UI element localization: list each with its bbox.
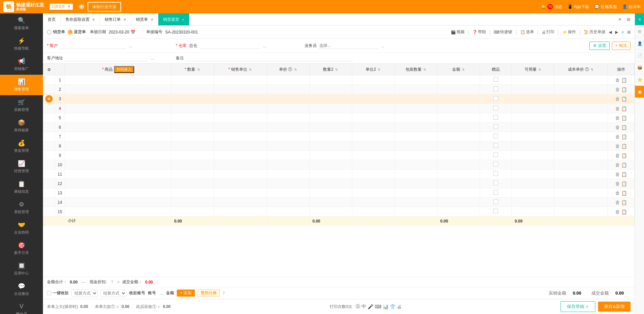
next-btn[interactable]: ▶ (615, 30, 618, 35)
td-amount-11[interactable] (437, 170, 480, 179)
rsi-orange-icon[interactable]: ▣ (635, 86, 644, 98)
save-new-btn[interactable]: 保存&新增 (598, 302, 631, 312)
td-qty-2[interactable] (171, 85, 214, 94)
td-available-7[interactable] (512, 132, 554, 141)
prev-btn[interactable]: ◀ (609, 30, 612, 35)
td-product-7[interactable] (65, 132, 171, 141)
copy-icon-13[interactable]: 📋 (621, 190, 627, 196)
save-draft-btn[interactable]: 保存草稿 ∧ (560, 301, 596, 312)
td-unit-5[interactable] (214, 113, 267, 123)
td-unit2-13[interactable] (352, 188, 395, 198)
td-qty2-14[interactable] (310, 198, 352, 207)
td-product-13[interactable] (65, 188, 171, 198)
td-amount-10[interactable] (437, 160, 480, 170)
warehouse-dots-btn[interactable]: ... (263, 44, 266, 48)
td-qty-14[interactable] (171, 198, 214, 207)
sidebar-item-3[interactable]: 📊销售管理 (0, 75, 43, 95)
delete-icon-4[interactable]: 🗑 (615, 106, 620, 111)
sidebar-item-12[interactable]: 🔲应用中心 (0, 259, 43, 279)
td-cost-5[interactable] (554, 113, 608, 123)
tab-close-4[interactable]: ✕ (182, 18, 184, 21)
td-cost-12[interactable] (554, 179, 608, 188)
sort-qty-icon[interactable]: ⇅ (197, 68, 200, 71)
td-price-2[interactable] (267, 85, 310, 94)
daily-goods-selector[interactable]: 日用百货 ▼ (50, 4, 73, 10)
product-input-5[interactable] (67, 116, 169, 120)
td-amount-5[interactable] (437, 113, 480, 123)
sidebar-item-2[interactable]: 📢营销推广 (0, 54, 43, 75)
td-unit2-3[interactable] (352, 94, 395, 104)
td-cost-2[interactable] (554, 85, 608, 94)
td-qty-11[interactable] (171, 170, 214, 179)
sort-pkgqty-icon[interactable]: ⇅ (423, 68, 426, 71)
td-qty-7[interactable] (171, 132, 214, 141)
gift-checkbox-6[interactable] (493, 124, 498, 129)
sidebar-item-9[interactable]: ⚙系统管理 (0, 197, 43, 218)
td-cost-9[interactable] (554, 151, 608, 160)
td-unit2-12[interactable] (352, 179, 395, 188)
product-input-12[interactable] (67, 181, 169, 186)
td-unit2-4[interactable] (352, 104, 395, 113)
tab-2[interactable]: 销售订单✕ (100, 13, 131, 25)
calendar-icon[interactable]: 📅 (130, 30, 136, 35)
delete-icon-8[interactable]: 🗑 (615, 143, 620, 149)
td-unit-8[interactable] (214, 141, 267, 151)
td-unit-4[interactable] (214, 104, 267, 113)
td-unit-1[interactable] (214, 75, 267, 85)
rsi-box-icon[interactable]: 📦 (635, 62, 644, 74)
td-product-1[interactable] (65, 75, 171, 85)
list-view-btn[interactable]: ≡ (622, 30, 624, 35)
copy-icon-6[interactable]: 📋 (621, 125, 627, 130)
restore-btn[interactable]: ✕ (616, 16, 623, 23)
setting-btn[interactable]: ⚙ 设置 (589, 42, 609, 50)
warehouse-input[interactable] (200, 43, 260, 49)
sort-cost-icon[interactable]: ⇅ (591, 68, 593, 71)
td-unit-13[interactable] (214, 188, 267, 198)
td-product-12[interactable] (65, 179, 171, 188)
td-cost-8[interactable] (554, 141, 608, 151)
td-amount-1[interactable] (437, 75, 480, 85)
copy-icon-3[interactable]: 📋 (621, 96, 627, 102)
delete-icon-11[interactable]: 🗑 (615, 172, 620, 177)
bottom-icon-5[interactable]: 📊 (383, 304, 388, 309)
td-unit2-6[interactable] (352, 123, 395, 132)
product-input-14[interactable] (67, 200, 169, 205)
sidebar-item-8[interactable]: 📋基础信息 (0, 177, 43, 197)
td-qty2-12[interactable] (310, 179, 352, 188)
td-unit-12[interactable] (214, 179, 267, 188)
td-qty2-11[interactable] (310, 170, 352, 179)
td-qty2-13[interactable] (310, 188, 352, 198)
td-pkgqty-6[interactable] (395, 123, 437, 132)
product-input-3[interactable] (67, 97, 169, 101)
product-input-2[interactable] (67, 87, 169, 92)
td-unit2-11[interactable] (352, 170, 395, 179)
copy-icon-5[interactable]: 📋 (621, 115, 627, 121)
delete-icon-12[interactable]: 🗑 (615, 181, 620, 186)
product-input-6[interactable] (67, 125, 169, 130)
account-select[interactable]: 结算方式 (100, 290, 126, 297)
td-available-14[interactable] (512, 198, 554, 207)
copy-icon-11[interactable]: 📋 (621, 172, 627, 177)
td-price-8[interactable] (267, 141, 310, 151)
td-product-14[interactable] (65, 198, 171, 207)
td-price-13[interactable] (267, 188, 310, 198)
gift-checkbox-1[interactable] (493, 77, 498, 82)
sort-price-icon[interactable]: ⇅ (294, 68, 297, 71)
one-click-checkbox[interactable] (47, 291, 51, 295)
td-pkgqty-2[interactable] (395, 85, 437, 94)
td-unit2-2[interactable] (352, 85, 395, 94)
td-product-11[interactable] (65, 170, 171, 179)
td-pkgqty-4[interactable] (395, 104, 437, 113)
td-product-4[interactable] (65, 104, 171, 113)
gift-checkbox-3[interactable] (493, 96, 498, 101)
td-pkgqty-3[interactable] (395, 94, 437, 104)
td-product-8[interactable] (65, 141, 171, 151)
tab-4[interactable]: 销货退货✕ (158, 13, 190, 25)
td-unit-15[interactable] (214, 207, 267, 216)
td-price-6[interactable] (267, 123, 310, 132)
gift-checkbox-14[interactable] (493, 199, 498, 204)
tab-close-2[interactable]: ✕ (123, 18, 126, 21)
td-cost-15[interactable] (554, 207, 608, 216)
td-pkgqty-5[interactable] (395, 113, 437, 123)
add-row-btn[interactable]: + (45, 95, 53, 103)
